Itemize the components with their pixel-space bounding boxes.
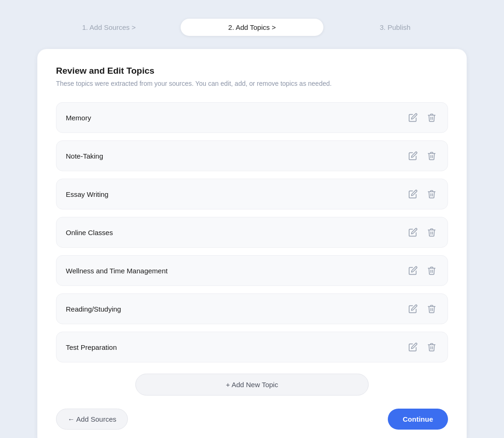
card-subtitle: These topics were extracted from your so… [56,80,448,87]
page-wrapper: 1. Add Sources > 2. Add Topics > 3. Publ… [9,9,495,438]
edit-topic-button[interactable] [406,149,420,162]
topic-name: Memory [66,114,91,122]
topic-actions [406,226,438,239]
delete-topic-button[interactable] [425,341,438,354]
delete-topic-button[interactable] [425,149,438,162]
topic-name: Reading/Studying [66,305,121,313]
delete-topic-button[interactable] [425,264,438,277]
step-add-sources[interactable]: 1. Add Sources > [37,19,181,36]
trash-icon [427,113,436,122]
delete-topic-button[interactable] [425,226,438,239]
edit-topic-button[interactable] [406,341,420,354]
step-publish[interactable]: 3. Publish [323,19,467,36]
topic-row: Reading/Studying [56,293,448,324]
main-card: Review and Edit Topics These topics were… [37,49,467,438]
back-button[interactable]: ← Add Sources [56,409,128,430]
trash-icon [427,342,436,352]
delete-topic-button[interactable] [425,302,438,315]
topic-name: Online Classes [66,229,113,236]
delete-topic-button[interactable] [425,188,438,201]
topic-row: Essay Writing [56,179,448,209]
card-title: Review and Edit Topics [56,66,448,76]
continue-button[interactable]: Continue [388,409,448,430]
pencil-icon [408,266,418,275]
topic-row: Online Classes [56,217,448,248]
topic-actions [406,111,438,124]
add-new-topic-button[interactable]: + Add New Topic [135,374,369,396]
trash-icon [427,228,436,237]
topic-name: Note-Taking [66,152,103,160]
edit-topic-button[interactable] [406,111,420,124]
add-new-topic-label: + Add New Topic [226,381,278,389]
topics-list: MemoryNote-TakingEssay WritingOnline Cla… [56,102,448,362]
topic-row: Wellness and Time Management [56,255,448,286]
pencil-icon [408,342,418,352]
edit-topic-button[interactable] [406,302,420,315]
topic-name: Test Preparation [66,343,117,351]
pencil-icon [408,113,418,122]
pencil-icon [408,228,418,237]
trash-icon [427,151,436,160]
pencil-icon [408,189,418,199]
stepper: 1. Add Sources > 2. Add Topics > 3. Publ… [37,19,467,36]
step-add-sources-label: 1. Add Sources > [82,23,136,31]
step-publish-label: 3. Publish [380,23,411,31]
topic-actions [406,188,438,201]
trash-icon [427,189,436,199]
trash-icon [427,266,436,275]
edit-topic-button[interactable] [406,264,420,277]
step-add-topics-label: 2. Add Topics > [228,23,276,31]
topic-row: Memory [56,102,448,133]
topic-actions [406,341,438,354]
step-add-topics[interactable]: 2. Add Topics > [181,19,324,36]
topic-actions [406,149,438,162]
topic-actions [406,302,438,315]
topic-row: Note-Taking [56,140,448,171]
pencil-icon [408,151,418,160]
topic-name: Wellness and Time Management [66,267,168,275]
delete-topic-button[interactable] [425,111,438,124]
topic-name: Essay Writing [66,190,108,198]
back-button-label: ← Add Sources [68,415,116,423]
edit-topic-button[interactable] [406,188,420,201]
topic-actions [406,264,438,277]
pencil-icon [408,304,418,313]
topic-row: Test Preparation [56,332,448,362]
continue-button-label: Continue [403,415,433,423]
edit-topic-button[interactable] [406,226,420,239]
trash-icon [427,304,436,313]
card-footer: ← Add Sources Continue [56,409,448,430]
